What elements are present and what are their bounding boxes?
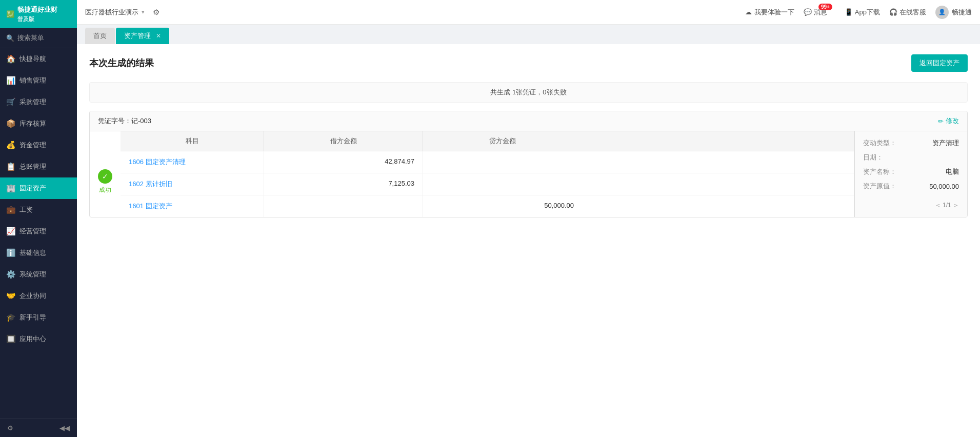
row2-subject: 1602 累计折旧 bbox=[121, 173, 264, 195]
voucher-main: ✓ 成功 科目 借方金额 贷方金额 1606 固定资产清理 bbox=[90, 131, 967, 217]
change-type-label: 变动类型： bbox=[863, 138, 896, 148]
search-icon: 🔍 bbox=[6, 34, 14, 42]
feedback-label: 我要体验一下 bbox=[754, 8, 794, 17]
summary-text: 共生成 1张凭证，0张失败 bbox=[490, 88, 566, 96]
original-value-label: 资产原值： bbox=[863, 182, 896, 191]
sidebar-item-ledger[interactable]: 📋 总账管理 bbox=[0, 156, 77, 177]
voucher-header: 凭证字号：记-003 ✏ 修改 bbox=[90, 111, 967, 131]
sidebar-item-guide[interactable]: 🎓 新手引导 bbox=[0, 307, 77, 328]
edit-icon: ✏ bbox=[938, 117, 944, 125]
topbar: 医疗器械行业演示 ▾ ⚙ ☁ 我要体验一下 💬 消息 99+ 📱 App下载 🎧… bbox=[77, 0, 980, 25]
sidebar-item-system[interactable]: ⚙️ 系统管理 bbox=[0, 264, 77, 285]
sidebar-label-system: 系统管理 bbox=[19, 270, 46, 279]
sidebar-item-purchase[interactable]: 🛒 采购管理 bbox=[0, 91, 77, 113]
sidebar-item-inventory[interactable]: 📦 库存核算 bbox=[0, 113, 77, 134]
sidebar-label-ledger: 总账管理 bbox=[19, 162, 46, 171]
row1-credit bbox=[423, 151, 582, 173]
row2-subject-link[interactable]: 1602 累计折旧 bbox=[129, 180, 172, 188]
sidebar-item-sales[interactable]: 📊 销售管理 bbox=[0, 70, 77, 91]
topbar-right: 💬 消息 99+ 📱 App下载 🎧 在线客服 👤 畅捷通 bbox=[804, 6, 972, 19]
home-icon: 🏠 bbox=[6, 54, 15, 64]
th-debit: 借方金额 bbox=[264, 131, 423, 151]
voucher-block: 凭证字号：记-003 ✏ 修改 ✓ 成功 科目 借方金额 bbox=[89, 111, 968, 217]
main-container: 医疗器械行业演示 ▾ ⚙ ☁ 我要体验一下 💬 消息 99+ 📱 App下载 🎧… bbox=[77, 0, 980, 437]
page-title: 本次生成的结果 bbox=[89, 57, 154, 69]
asset-name-value: 电脑 bbox=[946, 167, 959, 176]
inventory-icon: 📦 bbox=[6, 119, 15, 128]
prev-icon[interactable]: ＜ bbox=[935, 202, 941, 209]
original-value-row: 资产原值： 50,000.00 bbox=[863, 182, 959, 191]
sidebar-label-fixed-assets: 固定资产 bbox=[19, 184, 46, 193]
pagination: ＜ 1/1 ＞ bbox=[863, 201, 959, 210]
success-icon: ✓ bbox=[98, 169, 112, 184]
tab-home[interactable]: 首页 bbox=[85, 28, 115, 44]
user-name: 畅捷通 bbox=[952, 8, 972, 17]
voucher-number: 凭证字号：记-003 bbox=[98, 116, 151, 126]
company-name: 医疗器械行业演示 bbox=[85, 8, 138, 17]
sidebar-item-business[interactable]: 📈 经营管理 bbox=[0, 221, 77, 242]
page-indicator: 1/1 bbox=[943, 202, 953, 209]
fixed-assets-icon: 🏢 bbox=[6, 184, 15, 193]
sidebar-label-app-center: 应用中心 bbox=[19, 334, 46, 344]
app-download-label: App下载 bbox=[855, 8, 880, 17]
sidebar-item-base-info[interactable]: ℹ️ 基础信息 bbox=[0, 242, 77, 264]
voucher-table: 科目 借方金额 贷方金额 1606 固定资产清理 42,874.97 bbox=[121, 131, 854, 217]
sidebar-item-cooperation[interactable]: 🤝 企业协同 bbox=[0, 285, 77, 307]
row3-debit bbox=[264, 195, 423, 217]
tab-close-icon[interactable]: ✕ bbox=[156, 32, 161, 39]
messages-button[interactable]: 💬 消息 99+ bbox=[804, 8, 827, 17]
edit-button[interactable]: ✏ 修改 bbox=[938, 116, 959, 126]
online-service-label: 在线客服 bbox=[899, 8, 926, 17]
sidebar-item-fund[interactable]: 💰 资金管理 bbox=[0, 134, 77, 156]
row3-subject-link[interactable]: 1601 固定资产 bbox=[129, 202, 172, 210]
tab-asset-mgmt[interactable]: 资产管理 ✕ bbox=[116, 28, 169, 44]
fund-icon: 💰 bbox=[6, 141, 15, 150]
collapse-icon[interactable]: ◀◀ bbox=[59, 424, 70, 432]
table-head: 科目 借方金额 贷方金额 bbox=[121, 131, 854, 151]
system-icon: ⚙️ bbox=[6, 270, 15, 279]
sidebar-footer: ⚙ ◀◀ bbox=[0, 419, 77, 437]
purchase-icon: 🛒 bbox=[6, 97, 15, 107]
gear-icon[interactable]: ⚙ bbox=[153, 8, 159, 17]
next-icon[interactable]: ＞ bbox=[953, 202, 959, 209]
table-row: 1606 固定资产清理 42,874.97 bbox=[121, 151, 854, 173]
online-service-button[interactable]: 🎧 在线客服 bbox=[889, 8, 926, 17]
sidebar: 💹 畅捷通好业财 普及版 🔍 搜索菜单 🏠 快捷导航 📊 销售管理 🛒 采购管理… bbox=[0, 0, 77, 437]
success-column: ✓ 成功 bbox=[90, 131, 121, 217]
row1-subject-link[interactable]: 1606 固定资产清理 bbox=[129, 158, 186, 166]
row2-credit bbox=[423, 173, 582, 195]
user-profile-button[interactable]: 👤 畅捷通 bbox=[935, 6, 972, 19]
sidebar-item-app-center[interactable]: 🔲 应用中心 bbox=[0, 328, 77, 350]
sidebar-label-sales: 销售管理 bbox=[19, 76, 46, 85]
sidebar-label-business: 经营管理 bbox=[19, 227, 46, 236]
feedback-button[interactable]: ☁ 我要体验一下 bbox=[741, 6, 798, 19]
summary-bar: 共生成 1张凭证，0张失败 bbox=[89, 82, 968, 103]
sidebar-label-fund: 资金管理 bbox=[19, 141, 46, 150]
headset-icon: 🎧 bbox=[889, 8, 897, 16]
original-value-value: 50,000.00 bbox=[929, 183, 959, 190]
app-download-button[interactable]: 📱 App下载 bbox=[845, 8, 880, 17]
sidebar-label-base-info: 基础信息 bbox=[19, 248, 46, 257]
sidebar-item-payroll[interactable]: 💼 工资 bbox=[0, 199, 77, 221]
asset-name-row: 资产名称： 电脑 bbox=[863, 167, 959, 176]
return-button[interactable]: 返回固定资产 bbox=[911, 54, 968, 72]
sidebar-label-guide: 新手引导 bbox=[19, 313, 46, 322]
sidebar-label-quick-nav: 快捷导航 bbox=[19, 54, 46, 64]
sidebar-item-fixed-assets[interactable]: 🏢 固定资产 bbox=[0, 177, 77, 199]
sidebar-item-quick-nav[interactable]: 🏠 快捷导航 bbox=[0, 48, 77, 70]
sidebar-label-purchase: 采购管理 bbox=[19, 97, 46, 107]
app-download-icon: 📱 bbox=[845, 8, 853, 16]
logo-sub: 普及版 bbox=[17, 15, 57, 23]
success-label: 成功 bbox=[99, 186, 111, 194]
table-row: 1601 固定资产 50,000.00 bbox=[121, 195, 854, 217]
result-header: 本次生成的结果 返回固定资产 bbox=[89, 54, 968, 72]
sidebar-label-inventory: 库存核算 bbox=[19, 119, 46, 128]
sidebar-search[interactable]: 🔍 搜索菜单 bbox=[0, 28, 77, 48]
th-subject: 科目 bbox=[121, 131, 264, 151]
settings-icon[interactable]: ⚙ bbox=[7, 424, 13, 432]
payroll-icon: 💼 bbox=[6, 205, 15, 214]
table-row: 1602 累计折旧 7,125.03 bbox=[121, 173, 854, 195]
side-panel: 变动类型： 资产清理 日期： 资产名称： 电脑 资产原值： 50,000.00 bbox=[854, 131, 967, 217]
row3-credit: 50,000.00 bbox=[423, 195, 582, 217]
feedback-icon: ☁ bbox=[745, 8, 752, 16]
